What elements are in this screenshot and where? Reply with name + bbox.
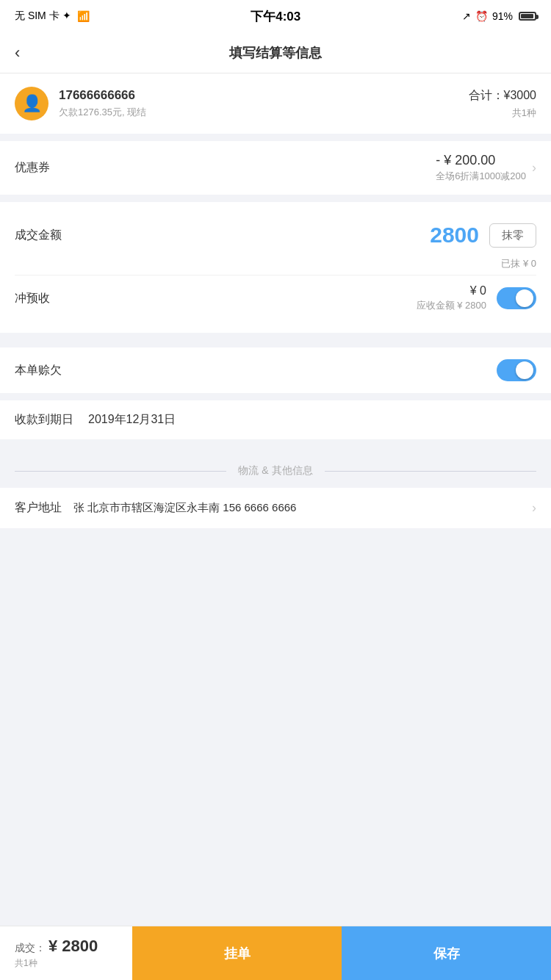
customer-phone: 17666666666 — [59, 88, 146, 103]
hang-button[interactable]: 挂单 — [132, 926, 342, 981]
logistics-divider: 物流 & 其他信息 — [0, 454, 551, 488]
divider-line-left — [15, 471, 226, 472]
alarm-icon: ⏰ — [475, 10, 488, 22]
footer-count: 共1种 — [15, 957, 118, 970]
footer-deal-label: 成交： — [15, 942, 46, 955]
coupon-row[interactable]: 优惠券 - ¥ 200.00 全场6折满1000减200 › — [0, 141, 551, 195]
wifi-icon: 📶 — [77, 10, 90, 22]
page-title: 填写结算等信息 — [229, 44, 322, 62]
save-button[interactable]: 保存 — [342, 926, 551, 981]
pre-receive-amount: ¥ 0 应收金额 ¥ 2800 — [417, 284, 486, 312]
pre-receive-label: 冲预收 — [15, 291, 50, 306]
address-value: 张 北京市市辖区海淀区永丰南 156 6666 6666 — [73, 500, 520, 516]
total-count: 共1种 — [469, 107, 537, 120]
customer-debt: 欠款1276.35元, 现结 — [59, 106, 146, 119]
pre-receive-right: ¥ 0 应收金额 ¥ 2800 — [417, 284, 536, 312]
total-amount: 合计：¥3000 — [469, 88, 537, 104]
coupon-right: - ¥ 200.00 全场6折满1000减200 › — [436, 153, 536, 183]
toggle-knob — [516, 289, 533, 307]
avatar: 👤 — [15, 87, 48, 120]
coupon-amount: - ¥ 200.00 — [436, 153, 526, 168]
coupon-label: 优惠券 — [15, 160, 50, 176]
debt-row: 本单赊欠 — [0, 347, 551, 393]
deal-row: 成交金额 2800 抹零 — [15, 214, 536, 256]
duedate-label: 收款到期日 — [15, 412, 73, 428]
battery-percent: 91% — [492, 10, 513, 22]
pre-receive-toggle[interactable] — [497, 287, 536, 309]
status-left: 无 SIM 卡 ✦ 📶 — [15, 10, 90, 23]
gray-divider-2 — [0, 447, 551, 454]
deal-sub: 已抹 ¥ 0 — [501, 258, 536, 269]
round-button[interactable]: 抹零 — [489, 223, 536, 248]
customer-card: 👤 17666666666 欠款1276.35元, 现结 合计：¥3000 共1… — [0, 73, 551, 134]
divider-line-right — [325, 471, 536, 472]
pre-amount-main: ¥ 0 — [417, 284, 486, 298]
deal-right: 2800 抹零 — [430, 223, 536, 248]
customer-left: 👤 17666666666 欠款1276.35元, 现结 — [15, 87, 146, 120]
duedate-row: 收款到期日 2019年12月31日 — [0, 400, 551, 439]
duedate-value: 2019年12月31日 — [88, 412, 176, 428]
location-icon: ↗ — [462, 10, 471, 22]
nav-bar: ‹ 填写结算等信息 — [0, 32, 551, 73]
address-label: 客户地址 — [15, 500, 62, 516]
status-right: ↗ ⏰ 91% — [462, 10, 536, 22]
sim-label: 无 SIM 卡 ✦ — [15, 10, 71, 23]
pre-receive-row: 冲预收 ¥ 0 应收金额 ¥ 2800 — [15, 275, 536, 321]
battery-icon — [519, 12, 536, 21]
coupon-desc: 全场6折满1000减200 — [436, 170, 526, 183]
status-time: 下午4:03 — [251, 8, 300, 25]
deal-amount: 2800 — [430, 223, 479, 248]
pre-amount-sub: 应收金额 ¥ 2800 — [417, 299, 486, 312]
address-row[interactable]: 客户地址 张 北京市市辖区海淀区永丰南 156 6666 6666 › — [0, 488, 551, 528]
status-bar: 无 SIM 卡 ✦ 📶 下午4:03 ↗ ⏰ 91% — [0, 0, 551, 32]
customer-right: 合计：¥3000 共1种 — [469, 88, 537, 120]
logistics-label: 物流 & 其他信息 — [238, 464, 312, 478]
footer-info: 成交： ¥ 2800 共1种 — [0, 937, 132, 970]
footer: 成交： ¥ 2800 共1种 挂单 保存 — [0, 926, 551, 980]
bottom-spacer — [0, 536, 551, 594]
debt-label: 本单赊欠 — [15, 363, 62, 378]
footer-amount: ¥ 2800 — [48, 937, 98, 956]
back-button[interactable]: ‹ — [15, 37, 26, 68]
deal-label: 成交金额 — [15, 228, 62, 243]
deal-section: 成交金额 2800 抹零 已抹 ¥ 0 冲预收 ¥ 0 应收金额 ¥ 2800 — [0, 202, 551, 333]
gray-divider-1 — [0, 340, 551, 347]
coupon-arrow-icon: › — [532, 160, 536, 176]
debt-toggle[interactable] — [497, 359, 536, 381]
customer-info: 17666666666 欠款1276.35元, 现结 — [59, 88, 146, 119]
address-arrow-icon: › — [532, 500, 536, 516]
debt-toggle-knob — [516, 361, 533, 379]
